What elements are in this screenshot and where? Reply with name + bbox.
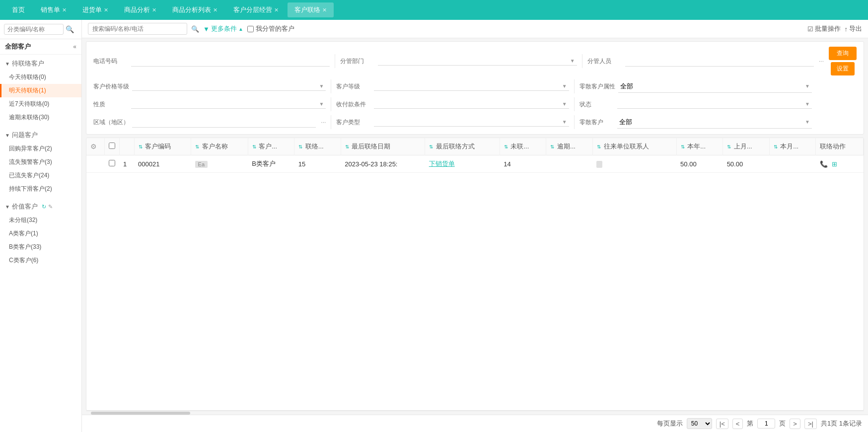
horizontal-scrollbar[interactable] — [86, 411, 864, 415]
page-size-select[interactable]: 50 100 200 — [687, 418, 712, 429]
dropdown-icon-7: ▼ — [805, 101, 810, 107]
sidebar-item-class-a[interactable]: A类客户(1) — [0, 227, 81, 240]
nav-close-contact[interactable]: ✕ — [322, 7, 327, 13]
th-this-year[interactable]: ⇅ 本年... — [676, 138, 723, 155]
grid-icon[interactable]: ⊞ — [832, 160, 837, 168]
td-settings — [86, 155, 104, 173]
sidebar-section-title-problem[interactable]: ▼ 问题客户 — [0, 128, 81, 142]
sidebar-search-icon[interactable]: 🔍 — [66, 25, 74, 33]
filter-retail-select[interactable]: 全部 ▼ — [618, 80, 812, 93]
sort-icon-8: ⇅ — [550, 144, 554, 149]
th-last-month[interactable]: ⇅ 上月... — [723, 138, 770, 155]
prev-page-btn[interactable]: < — [732, 419, 743, 429]
th-this-month[interactable]: ⇅ 本月... — [769, 138, 816, 155]
th-customer-name[interactable]: ⇅ 客户名称 — [191, 138, 248, 155]
sidebar-item-today[interactable]: 今天待联络(0) — [0, 71, 81, 84]
nav-home[interactable]: 首页 — [5, 2, 32, 17]
sidebar-item-class-c[interactable]: C类客户(6) — [0, 254, 81, 267]
sidebar-item-declining[interactable]: 持续下滑客户(2) — [0, 182, 81, 196]
filter-level-select[interactable]: ▼ — [374, 82, 569, 91]
filter-region-label: 区域（地区） — [93, 118, 129, 127]
my-customers-check[interactable] — [247, 26, 254, 32]
more-conditions-btn[interactable]: ▼ 更多条件 ▲ — [203, 24, 243, 33]
nav-product-analysis-list[interactable]: 商品分析列表 ✕ — [165, 2, 224, 17]
sidebar-all-customers[interactable]: 全部客户 « — [0, 39, 81, 55]
filter-region-dots[interactable]: ··· — [321, 119, 326, 126]
export-btn[interactable]: ↑ 导出 — [845, 24, 863, 33]
current-page-input[interactable] — [757, 419, 775, 429]
filter-panel: 电话号码 分管部门 ▼ 分管人员 ··· — [86, 41, 864, 135]
sidebar-section-title-pending[interactable]: ▼ 待联络客户 — [0, 57, 81, 71]
search-input[interactable] — [88, 23, 187, 35]
th-uncontact[interactable]: ⇅ 未联... — [500, 138, 546, 155]
th-customer-code[interactable]: ⇅ 客户编码 — [134, 138, 191, 155]
row-checkbox[interactable] — [109, 160, 115, 166]
th-settings: ⚙ — [86, 138, 104, 155]
table-row: 1 000021 Ea B类客户 15 2023-05-23 18:25: 下销… — [86, 155, 864, 173]
nav-product-analysis[interactable]: 商品分析 ✕ — [117, 2, 163, 17]
nav-purchase-order[interactable]: 进货单 ✕ — [75, 2, 115, 17]
th-last-contact-date[interactable]: ⇅ 最后联络日期 — [341, 138, 425, 155]
query-btn[interactable]: 查询 — [829, 47, 857, 60]
nav-customer-layering[interactable]: 客户分层经营 ✕ — [226, 2, 286, 17]
sidebar-collapse-icon[interactable]: « — [73, 43, 76, 50]
sidebar-item-churned[interactable]: 已流失客户(24) — [0, 169, 81, 182]
filter-dots-icon[interactable]: ··· — [819, 58, 824, 65]
filter-price-select[interactable]: ▼ — [132, 82, 326, 91]
sidebar-item-7days[interactable]: 近7天待联络(0) — [0, 97, 81, 111]
filter-manager-input[interactable] — [625, 56, 814, 67]
refresh-icon[interactable]: ↻ — [42, 204, 46, 210]
sidebar-search-input[interactable] — [4, 24, 64, 35]
filter-type-select[interactable]: ▼ — [374, 118, 569, 127]
nav-close-purchase[interactable]: ✕ — [104, 7, 108, 13]
sort-icon-9: ⇅ — [597, 144, 601, 149]
sidebar-item-overdue[interactable]: 逾期未联络(30) — [0, 111, 81, 124]
phone-icon[interactable]: 📞 — [820, 160, 828, 168]
td-last-month: 50.00 — [723, 155, 770, 173]
sidebar-section-title-value[interactable]: ▼ 价值客户 ↻ ✎ — [0, 200, 81, 214]
filter-nature-label: 性质 — [93, 100, 128, 109]
th-unit-contact[interactable]: ⇅ 往来单位联系人 — [592, 138, 676, 155]
setting-btn[interactable]: 设置 — [831, 62, 855, 75]
td-this-year: 50.00 — [676, 155, 723, 173]
nav-close-layering[interactable]: ✕ — [274, 7, 279, 13]
dropdown-icon-9: ▼ — [805, 119, 810, 125]
nav-close-sales[interactable]: ✕ — [62, 7, 67, 13]
filter-status: 状态 ▼ — [579, 100, 812, 109]
contact-method-link[interactable]: 下销货单 — [429, 160, 455, 167]
first-page-btn[interactable]: |< — [716, 419, 728, 429]
th-overdue[interactable]: ⇅ 逾期... — [546, 138, 593, 155]
next-page-btn[interactable]: > — [790, 419, 800, 429]
filter-dept-select[interactable]: ▼ — [378, 57, 577, 66]
th-last-contact-method[interactable]: ⇅ 最后联络方式 — [425, 138, 500, 155]
last-page-btn[interactable]: >| — [804, 419, 817, 429]
filter-payment-select[interactable]: ▼ — [374, 100, 569, 109]
nav-sales-order[interactable]: 销售单 ✕ — [34, 2, 73, 17]
sidebar-item-ungrouped[interactable]: 未分组(32) — [0, 214, 81, 227]
select-all-checkbox[interactable] — [109, 143, 115, 149]
th-customer-type[interactable]: ⇅ 客户... — [248, 138, 294, 155]
sidebar-item-repurchase[interactable]: 回购异常客户(2) — [0, 142, 81, 155]
divider-4 — [574, 79, 575, 93]
td-unit-contact — [592, 155, 676, 173]
filter-region-input[interactable] — [132, 117, 316, 128]
nav-close-analysis[interactable]: ✕ — [152, 7, 156, 13]
batch-operation-btn[interactable]: ☑ 批量操作 — [807, 24, 841, 33]
th-contact-count[interactable]: ⇅ 联络... — [294, 138, 341, 155]
sidebar-item-churn-warning[interactable]: 流失预警客户(3) — [0, 155, 81, 169]
td-uncontact: 14 — [500, 155, 546, 173]
my-customers-checkbox[interactable]: 我分管的客户 — [247, 24, 294, 33]
filter-nature-select[interactable]: ▼ — [131, 100, 326, 109]
search-btn-icon[interactable]: 🔍 — [191, 25, 199, 33]
sidebar-item-tomorrow[interactable]: 明天待联络(1) — [0, 84, 81, 97]
filter-phone-input[interactable] — [131, 56, 330, 67]
nav-customer-contact[interactable]: 客户联络 ✕ — [288, 2, 334, 17]
sidebar-item-class-b[interactable]: B类客户(33) — [0, 240, 81, 254]
nav-close-analysis-list[interactable]: ✕ — [213, 7, 217, 13]
edit-icon[interactable]: ✎ — [48, 204, 53, 210]
filter-status-select[interactable]: ▼ — [617, 100, 812, 109]
settings-icon[interactable]: ⚙ — [90, 143, 97, 150]
filter-retail-cust-select[interactable]: 全部 ▼ — [617, 116, 812, 129]
filter-level-label: 客户等级 — [336, 82, 371, 91]
top-navigation: 首页 销售单 ✕ 进货单 ✕ 商品分析 ✕ 商品分析列表 ✕ 客户分层经营 ✕ … — [0, 0, 868, 20]
